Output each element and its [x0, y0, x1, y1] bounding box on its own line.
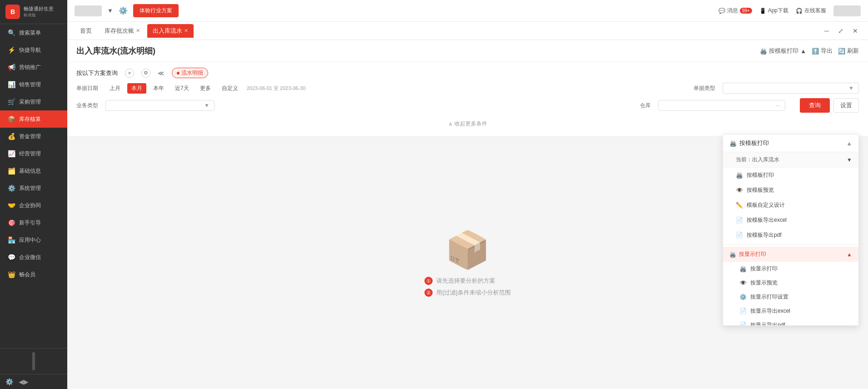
date-btn-custom[interactable]: 自定义	[218, 83, 242, 94]
sidebar: B 畅捷通好生意 标准版 🔍 搜索菜单 ⚡ 快捷导航 📢 营销推广 📊 销售管理…	[0, 0, 67, 389]
dropdown-display-print-settings[interactable]: ⚙️ 按显示打印设置	[723, 290, 858, 304]
system-icon: ⚙️	[7, 184, 15, 192]
empty-step-2-text: 用[过滤]条件来缩小分析范围	[436, 289, 510, 297]
sidebar-item-quick-nav[interactable]: ⚡ 快捷导航	[0, 41, 67, 59]
tab-inout-flow-close[interactable]: ✕	[184, 28, 188, 34]
content-area: 📦 ① 请先选择要分析的方案 ② 用[过滤]条件来缩小分析范围	[67, 136, 868, 389]
dropdown-current-item[interactable]: 当前：出入库流水 ▼	[723, 152, 858, 168]
message-icon: 💬	[718, 8, 725, 14]
bill-type-input[interactable]: ▼	[723, 83, 859, 94]
print-label: 按模板打印	[769, 47, 798, 55]
dropdown-display-print[interactable]: 🖨️ 按显示打印	[723, 262, 858, 276]
sidebar-item-wechat[interactable]: 💬 企业微信	[0, 249, 67, 266]
date-btn-7days[interactable]: 近7天	[171, 83, 193, 94]
dropdown-display-preview[interactable]: 👁️ 按显示预览	[723, 276, 858, 290]
sidebar-item-inventory[interactable]: 📦 库存核算	[0, 110, 67, 128]
sidebar-item-marketing[interactable]: 📢 营销推广	[0, 59, 67, 76]
app-download-label: App下载	[768, 7, 788, 15]
sidebar-item-system[interactable]: ⚙️ 系统管理	[0, 180, 67, 197]
business-type-input[interactable]: ▼	[105, 100, 215, 111]
dropdown-display-excel[interactable]: 📄 按显示导出excel	[723, 304, 858, 318]
warehouse-input[interactable]: ···	[658, 100, 785, 111]
trial-btn[interactable]: 体验行业方案	[133, 4, 179, 17]
empty-steps: ① 请先选择要分析的方案 ② 用[过滤]条件来缩小分析范围	[424, 277, 510, 297]
tab-maximize-icon[interactable]: ⤢	[835, 26, 846, 35]
sidebar-item-base[interactable]: 🗂️ 基础信息	[0, 162, 67, 180]
dropdown-section-display[interactable]: 🖨️ 按显示打印 ▲	[723, 247, 858, 262]
sidebar-item-corp[interactable]: 🤝 企业协同	[0, 197, 67, 214]
app-download-action[interactable]: 📱 App下载	[759, 7, 788, 15]
date-btn-this-year[interactable]: 本年	[149, 83, 168, 94]
print-icon: 🖨️	[760, 48, 767, 55]
page-title: 出入库流水(流水明细)	[76, 45, 155, 56]
filter-settings-button[interactable]: ⚙	[141, 69, 150, 78]
app-download-icon: 📱	[759, 8, 766, 14]
sidebar-item-finance[interactable]: 💰 资金管理	[0, 128, 67, 145]
date-btn-this-month[interactable]: 本月	[127, 83, 146, 94]
sidebar-item-sales[interactable]: 📊 销售管理	[0, 76, 67, 93]
purchase-icon: 🛒	[7, 98, 15, 106]
tab-batch-ledger-close[interactable]: ✕	[136, 28, 140, 34]
tab-close-all-icon[interactable]: ✕	[850, 26, 861, 35]
message-action[interactable]: 💬 消息 99+	[718, 7, 752, 15]
filter-collapse-icon[interactable]: ≪	[158, 70, 165, 77]
chevron-up-icon: ∧	[449, 121, 453, 127]
setup-button[interactable]: 设置	[833, 98, 859, 113]
filter-row-top: 按以下方案查询 + ⚙ ≪ 流水明细	[76, 68, 859, 78]
display-section-collapse-icon: ▲	[847, 251, 852, 258]
sidebar-item-label: 企业协同	[19, 202, 41, 209]
user-avatar-right[interactable]	[833, 5, 861, 16]
corp-icon: 🤝	[7, 201, 15, 209]
sidebar-item-label: 企业微信	[19, 254, 41, 261]
bill-type-label: 单据类型	[693, 85, 715, 92]
display-print-section-label: 按显示打印	[739, 250, 766, 258]
sidebar-item-guide[interactable]: 🎯 新手引导	[0, 214, 67, 231]
dropdown-item-template-preview[interactable]: 👁️ 按模板预览	[723, 183, 858, 198]
query-button[interactable]: 查询	[800, 98, 830, 113]
print-btn[interactable]: 🖨️ 按模板打印 ▲	[760, 47, 806, 55]
inventory-icon: 📦	[7, 115, 15, 123]
collapse-bar[interactable]: ∧ 收起更多条件	[76, 117, 859, 130]
display-preview-label: 按显示预览	[750, 279, 778, 287]
dropdown-expand-icon[interactable]: ▲	[846, 140, 852, 147]
bill-type-dropdown-icon: ▼	[848, 85, 854, 91]
tab-minimize-icon[interactable]: ─	[822, 26, 832, 35]
date-btn-last-month[interactable]: 上月	[105, 83, 125, 94]
sidebar-nav: 🔍 搜索菜单 ⚡ 快捷导航 📢 营销推广 📊 销售管理 🛒 采购管理 📦 库存核…	[0, 24, 67, 348]
date-btn-more[interactable]: 更多	[196, 83, 215, 94]
tab-batch-ledger[interactable]: 库存批次账 ✕	[99, 24, 145, 38]
topbar-settings-icon[interactable]: ⚙️	[119, 6, 128, 15]
dropdown-title: 🖨️ 按模板打印	[729, 139, 769, 147]
dropdown-item-template-print[interactable]: 🖨️ 按模板打印	[723, 168, 858, 183]
collapse-bottom-icon[interactable]: ◀▶	[19, 378, 29, 385]
tab-home-label: 首页	[80, 27, 92, 35]
sidebar-item-appstore[interactable]: 🏪 应用中心	[0, 231, 67, 249]
search-icon: 🔍	[7, 29, 15, 37]
dropdown-display-pdf[interactable]: 📄 按显示导出pdf	[723, 318, 858, 325]
sidebar-item-search[interactable]: 🔍 搜索菜单	[0, 24, 67, 41]
business-dropdown-icon: ▼	[204, 102, 210, 109]
tab-inout-flow[interactable]: 出入库流水 ✕	[147, 24, 194, 38]
sidebar-item-operation[interactable]: 📈 经营管理	[0, 145, 67, 162]
tabs-right-controls: ─ ⤢ ✕	[822, 26, 861, 35]
dropdown-item-template-custom[interactable]: ✏️ 模板自定义设计	[723, 198, 858, 213]
template-preview-icon: 👁️	[736, 187, 743, 194]
sidebar-item-label: 快捷导航	[19, 46, 41, 54]
topbar-dropdown-icon[interactable]: ▼	[107, 7, 113, 14]
online-service-label: 在线客服	[804, 7, 826, 15]
refresh-btn[interactable]: 🔄 刷新	[838, 47, 859, 55]
dropdown-item-template-excel[interactable]: 📄 按模板导出excel	[723, 213, 858, 228]
topbar-actions: 💬 消息 99+ 📱 App下载 🎧 在线客服	[718, 5, 861, 16]
settings-bottom-icon[interactable]: ⚙️	[5, 378, 13, 385]
refresh-icon: 🔄	[838, 48, 845, 55]
sidebar-item-member[interactable]: 👑 畅会员	[0, 266, 67, 283]
sidebar-item-purchase[interactable]: 🛒 采购管理	[0, 93, 67, 110]
print-dropdown-icon: ▲	[800, 48, 806, 55]
filter-add-button[interactable]: +	[125, 69, 134, 78]
tab-home[interactable]: 首页	[75, 24, 97, 38]
template-pdf-icon: 📄	[736, 232, 743, 239]
online-service-action[interactable]: 🎧 在线客服	[796, 7, 826, 15]
export-btn[interactable]: ⬆️ 导出	[812, 47, 833, 55]
template-print-icon: 🖨️	[736, 172, 743, 179]
dropdown-item-template-pdf[interactable]: 📄 按模板导出pdf	[723, 228, 858, 243]
